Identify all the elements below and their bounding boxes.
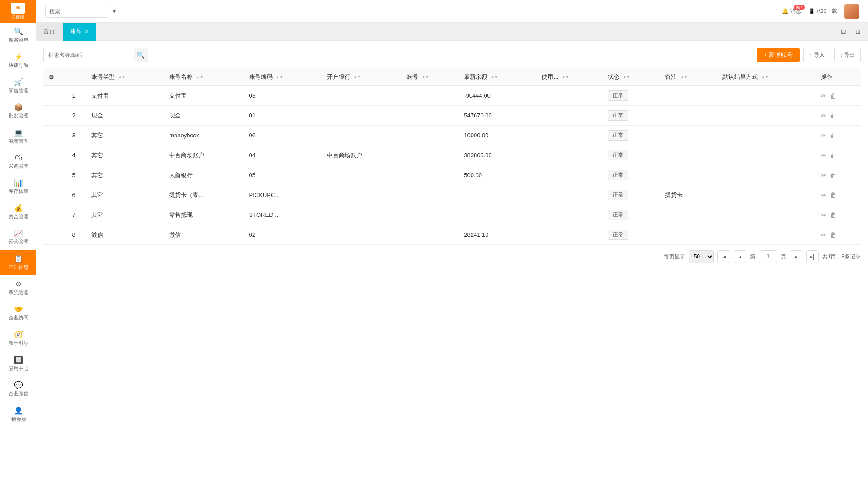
row-checkbox[interactable]: [43, 205, 61, 225]
sidebar-item-shortcut[interactable]: ⚡ 快捷导航: [0, 48, 36, 73]
edit-button[interactable]: ✏: [821, 211, 826, 219]
th-remark[interactable]: 备注 ▲▼: [660, 68, 717, 86]
th-name[interactable]: 账号名称 ▲▼: [164, 68, 243, 86]
sidebar-item-enterprise[interactable]: 🤝 企业协同: [0, 300, 36, 326]
delete-button[interactable]: 🗑: [830, 192, 836, 199]
th-account[interactable]: 账号 ▲▼: [401, 68, 458, 86]
row-account: [401, 225, 458, 245]
edit-button[interactable]: ✏: [821, 152, 826, 159]
row-num: 1: [61, 86, 86, 106]
row-checkbox[interactable]: [43, 126, 61, 145]
sidebar-item-member[interactable]: 👤 畅会员: [0, 402, 36, 427]
row-balance: 10000.00: [458, 126, 536, 145]
logo-icon: 畅: [11, 3, 25, 14]
edit-button[interactable]: ✏: [821, 192, 826, 199]
delete-button[interactable]: 🗑: [830, 92, 836, 99]
row-usage: [536, 185, 602, 205]
sidebar-item-wholesale[interactable]: 📦 批发管理: [0, 99, 36, 124]
sidebar-item-system[interactable]: ⚙ 系统管理: [0, 275, 36, 300]
sidebar-item-appstore[interactable]: 🔲 应用中心: [0, 351, 36, 376]
th-balance[interactable]: 最新余额 ▲▼: [458, 68, 536, 86]
notification-button[interactable]: 🔔 消息 99+: [782, 7, 801, 15]
row-checkbox[interactable]: [43, 185, 61, 205]
th-code[interactable]: 账号编码 ▲▼: [244, 68, 321, 86]
row-checkbox[interactable]: [43, 106, 61, 126]
row-checkbox[interactable]: [43, 225, 61, 245]
delete-button[interactable]: 🗑: [830, 172, 836, 179]
page-size-select[interactable]: 50 100 200: [689, 250, 714, 263]
th-usage[interactable]: 使用... ▲▼: [536, 68, 602, 86]
sidebar-item-guide[interactable]: 🧭 新手引导: [0, 326, 36, 351]
delete-button[interactable]: 🗑: [830, 231, 836, 239]
edit-button[interactable]: ✏: [821, 231, 826, 239]
sidebar-item-finance[interactable]: 💰 资金管理: [0, 199, 36, 225]
sidebar: 畅 乐库版 🔍 搜索菜单 ⚡ 快捷导航 🛒 零售管理 📦 批发管理 💻 电商管理…: [0, 0, 36, 488]
row-checkbox[interactable]: [43, 145, 61, 165]
row-checkbox[interactable]: [43, 86, 61, 106]
row-default-payment: [717, 165, 815, 185]
search-group: 🔍: [43, 48, 148, 62]
th-type[interactable]: 账号类型 ▲▼: [86, 68, 164, 86]
delete-button[interactable]: 🗑: [830, 152, 836, 159]
sidebar-label-wholesale: 批发管理: [9, 113, 28, 119]
delete-button[interactable]: 🗑: [830, 211, 836, 219]
user-avatar[interactable]: [844, 4, 859, 19]
th-bank[interactable]: 开户银行 ▲▼: [321, 68, 401, 86]
table-row: 5 其它 大新银行 05 500.00 正常 ✏ 🗑: [43, 165, 861, 185]
add-account-button[interactable]: + 新增账号: [757, 48, 800, 62]
edit-button[interactable]: ✏: [821, 172, 826, 179]
search-input[interactable]: [43, 48, 134, 62]
sidebar-item-ecommerce[interactable]: 💻 电商管理: [0, 124, 36, 149]
page-next-button[interactable]: ▸: [790, 250, 802, 263]
row-remark: [660, 205, 717, 225]
row-type: 微信: [86, 225, 164, 245]
th-default-payment[interactable]: 默认结算方式 ▲▼: [717, 68, 815, 86]
row-name: 中百商场账户: [164, 145, 243, 165]
edit-button[interactable]: ✏: [821, 112, 826, 119]
row-checkbox[interactable]: [43, 165, 61, 185]
row-code: 05: [244, 165, 321, 185]
row-balance: 500.00: [458, 165, 536, 185]
dropdown-arrow-icon[interactable]: ▾: [113, 8, 116, 14]
tab-account[interactable]: 账号 ✕: [63, 23, 96, 41]
sidebar-item-inventory[interactable]: 📊 库存核算: [0, 174, 36, 199]
delete-button[interactable]: 🗑: [830, 132, 836, 139]
tab-home[interactable]: 首页: [36, 23, 63, 41]
page-label-after: 页: [781, 253, 786, 261]
sidebar-item-retail[interactable]: 🛒 零售管理: [0, 73, 36, 99]
download-icon: 📱: [808, 8, 815, 14]
page-first-button[interactable]: |◂: [717, 250, 730, 263]
pagination-bar: 每页显示 50 100 200 |◂ ◂ 第 页 ▸ ▸| 共1页，8条记录: [43, 245, 861, 263]
page-prev-button[interactable]: ◂: [734, 250, 746, 263]
sidebar-item-purchase[interactable]: 🛍 采购管理: [0, 149, 36, 174]
page-input[interactable]: [759, 250, 777, 263]
sidebar-item-wechat[interactable]: 💬 企业微信: [0, 376, 36, 402]
edit-button[interactable]: ✏: [821, 132, 826, 139]
tab-minimize-button[interactable]: ⊟: [837, 25, 850, 38]
edit-button[interactable]: ✏: [821, 92, 826, 99]
row-balance: 547670.00: [458, 106, 536, 126]
row-status: 正常: [602, 106, 660, 126]
th-settings[interactable]: ⚙: [43, 68, 61, 86]
tab-close-icon[interactable]: ✕: [85, 28, 89, 34]
page-last-button[interactable]: ▸|: [806, 250, 819, 263]
tab-maximize-button[interactable]: ⊡: [852, 25, 864, 38]
operations-icon: 📈: [14, 229, 23, 238]
sidebar-label-system: 系统管理: [9, 289, 28, 296]
row-default-payment: [717, 126, 815, 145]
sidebar-item-operations[interactable]: 📈 经营管理: [0, 225, 36, 250]
app-download-button[interactable]: 📱 App下载: [808, 7, 837, 15]
row-status: 正常: [602, 126, 660, 145]
search-button[interactable]: 🔍: [134, 48, 148, 62]
sort-icon-payment: ▲▼: [761, 75, 769, 79]
guide-icon: 🧭: [14, 330, 23, 339]
header-left: ▾: [45, 5, 116, 18]
sidebar-item-search[interactable]: 🔍 搜索菜单: [0, 23, 36, 48]
th-status[interactable]: 状态 ▲▼: [602, 68, 660, 86]
import-button[interactable]: ↑ 导入: [803, 48, 830, 62]
top-search-input[interactable]: [45, 5, 108, 18]
message-icon: 🔔: [782, 8, 788, 14]
export-button[interactable]: ↓ 导出: [834, 48, 861, 62]
delete-button[interactable]: 🗑: [830, 112, 836, 119]
sidebar-item-basic[interactable]: 📋 基础信息: [0, 250, 36, 275]
